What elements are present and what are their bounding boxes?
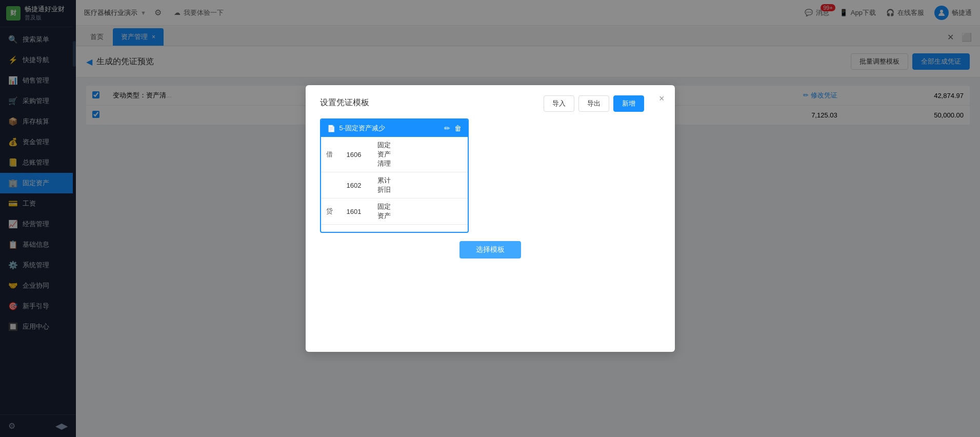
template-edit-icon[interactable]: ✏ <box>444 124 450 132</box>
modal-dialog: × 设置凭证模板 导入 导出 新增 📄 5-固定资产减少 ✏ 🗑 <box>306 85 675 352</box>
entry-debit <box>396 137 432 172</box>
template-card-title-text: 5-固定资产减少 <box>339 124 386 133</box>
template-entry-row: 1602 累计折旧 <box>321 172 468 198</box>
template-card-actions: ✏ 🗑 <box>444 124 462 132</box>
entry-credit <box>432 137 468 172</box>
entry-code: 1601 <box>342 198 372 225</box>
modal-overlay: × 设置凭证模板 导入 导出 新增 📄 5-固定资产减少 ✏ 🗑 <box>0 0 980 437</box>
entry-debit <box>396 172 432 198</box>
entry-debit <box>396 198 432 225</box>
entry-type <box>321 172 342 198</box>
modal-content: 📄 5-固定资产减少 ✏ 🗑 借 1606 固定资产清理 1602 累计折旧 <box>320 118 661 259</box>
entry-type: 借 <box>321 137 342 172</box>
entry-type: 贷 <box>321 198 342 225</box>
modal-toolbar: 导入 导出 新增 <box>544 95 644 112</box>
template-doc-icon: 📄 <box>327 125 335 132</box>
select-template-button[interactable]: 选择模板 <box>459 241 521 259</box>
template-card: 📄 5-固定资产减少 ✏ 🗑 借 1606 固定资产清理 1602 累计折旧 <box>320 118 469 233</box>
entry-name: 固定资产清理 <box>372 137 396 172</box>
template-delete-icon[interactable]: 🗑 <box>454 124 462 132</box>
entry-code: 1602 <box>342 172 372 198</box>
template-entries-table: 借 1606 固定资产清理 1602 累计折旧 贷 1601 固定资产 <box>321 137 468 232</box>
modal-close-button[interactable]: × <box>659 93 665 104</box>
template-card-title-group: 📄 5-固定资产减少 <box>327 124 386 133</box>
entry-credit <box>432 198 468 225</box>
entry-name: 固定资产 <box>372 198 396 225</box>
entry-name: 累计折旧 <box>372 172 396 198</box>
new-template-button[interactable]: 新增 <box>613 95 644 112</box>
entry-code: 1606 <box>342 137 372 172</box>
import-button[interactable]: 导入 <box>544 95 574 112</box>
export-button[interactable]: 导出 <box>578 95 609 112</box>
template-entry-row: 借 1606 固定资产清理 <box>321 137 468 172</box>
entry-credit <box>432 172 468 198</box>
template-entry-empty-row <box>321 225 468 232</box>
template-entry-row: 贷 1601 固定资产 <box>321 198 468 225</box>
template-card-header: 📄 5-固定资产减少 ✏ 🗑 <box>321 120 468 137</box>
